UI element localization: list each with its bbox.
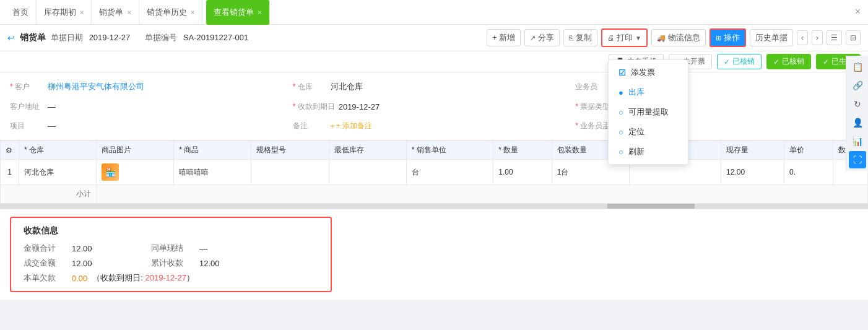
table-wrapper: ⚙ * 仓库 商品图片 * 商品 规格型号 最低库存 * 销售单位 * 数量 包…	[0, 141, 868, 209]
project-value: —	[48, 121, 56, 131]
staff-label: 业务员	[575, 82, 609, 92]
tab-inventory-init[interactable]: 库存期初 ×	[37, 0, 92, 25]
action-row: 📱 来自手机 未开票 ✓ 已核销 ✓ 已核销 ✓ 已生效	[0, 51, 868, 72]
radio-icon-1: ○	[618, 108, 623, 117]
dropdown-available-qty[interactable]: ○ 可用量提取	[609, 102, 688, 122]
col-spec: 规格型号	[251, 141, 329, 160]
due-date-text: （收款到期日: 2019-12-27）	[92, 272, 194, 284]
history-button[interactable]: 历史单据	[750, 29, 793, 46]
tab-sales-order-close[interactable]: ×	[127, 9, 131, 16]
dropdown-add-invoice[interactable]: ☑ 添发票	[609, 63, 688, 82]
table-scrollbar[interactable]	[0, 204, 868, 209]
address-row: 客户地址 —	[10, 98, 293, 115]
row-qty: 1.00	[493, 160, 552, 185]
subtotal-label: 小计	[1, 185, 97, 204]
prev-button[interactable]: ‹	[797, 30, 808, 45]
window-close-button[interactable]: ×	[855, 6, 861, 17]
right-sidebar: 📋 🔗 ↻ 👤 📊 ⛶	[846, 56, 868, 171]
tab-view-sales[interactable]: 查看销货单 ×	[206, 0, 269, 25]
dropdown-locate[interactable]: ○ 定位	[609, 122, 688, 142]
row-seq: 1	[1, 160, 19, 185]
cancel-check-icon: ✓	[773, 58, 779, 66]
sidebar-icon-fullscreen[interactable]: ⛶	[849, 151, 866, 168]
verified-button[interactable]: ✓ 已核销	[717, 54, 762, 69]
row-spec	[251, 160, 329, 185]
tab-home[interactable]: 首页	[5, 0, 37, 25]
tab-home-label: 首页	[12, 7, 28, 18]
col-current-stock: 现存量	[721, 141, 784, 160]
row-product-image: 🏪	[97, 160, 174, 185]
current-owed-value: 0.00	[72, 274, 87, 283]
print-button[interactable]: 🖨 打印 ▼	[601, 28, 648, 47]
doc-type-label: 销货单	[20, 32, 46, 43]
logistics-icon: 🚚	[657, 34, 666, 42]
sales-staff-label: 业务员盂	[575, 121, 610, 131]
radio-icon-3: ○	[618, 147, 623, 157]
print-dropdown-arrow[interactable]: ▼	[635, 35, 641, 41]
address-label: 客户地址	[10, 102, 44, 112]
share-button[interactable]: ↗ 分享	[524, 29, 560, 46]
doc-icon: ↩	[7, 33, 15, 43]
tab-sales-history-label: 销货单历史	[147, 7, 187, 18]
col-warehouse: * 仓库	[19, 141, 97, 160]
cancelled-button[interactable]: ✓ 已核销	[766, 54, 811, 69]
sidebar-icon-refresh[interactable]: ↻	[849, 95, 866, 113]
toolbar: ↩ 销货单 单据日期 2019-12-27 单据编号 SA-20191227-0…	[0, 25, 868, 51]
grid-view-button[interactable]: ⊟	[846, 30, 861, 45]
remark-row: 备注 + + 添加备注	[293, 118, 576, 134]
row-product-name: 嘻嘻嘻嘻	[174, 160, 251, 185]
project-row: 项目 —	[10, 118, 293, 134]
ops-button[interactable]: ⊞ 操作	[710, 28, 746, 47]
tab-sales-history-close[interactable]: ×	[191, 9, 194, 16]
sidebar-icon-link[interactable]: 🔗	[849, 77, 866, 94]
deal-amount-row: 成交金额 12.00	[24, 258, 147, 269]
checkbox-icon: ☑	[618, 68, 626, 77]
form-area: 客户 柳州粤港平安气体有限公司 仓库 河北仓库 业务员 演示账号 客户地址 — …	[0, 72, 868, 141]
add-remark-button[interactable]: + + 添加备注	[331, 121, 372, 131]
sidebar-icon-chart[interactable]: 📊	[849, 132, 866, 150]
col-image: 商品图片	[97, 141, 174, 160]
tab-inventory-init-close[interactable]: ×	[80, 9, 84, 16]
doc-no-label: 单据编号 SA-20191227-001	[145, 32, 248, 43]
customer-value[interactable]: 柳州粤港平安气体有限公司	[48, 81, 144, 92]
sidebar-icon-user[interactable]: 👤	[849, 114, 866, 131]
row-unit: 台	[406, 160, 493, 185]
tab-sales-history[interactable]: 销货单历史 ×	[139, 0, 202, 25]
row-warehouse: 河北仓库	[19, 160, 97, 185]
radio-selected-icon: ●	[618, 88, 623, 97]
next-button[interactable]: ›	[812, 30, 823, 45]
copy-button[interactable]: ⎘ 复制	[563, 29, 597, 46]
logistics-button[interactable]: 🚚 物流信息	[651, 29, 706, 46]
same-order-row: 同单现结 —	[151, 243, 275, 254]
current-owed-row: 本单欠款 0.00 （收款到期日: 2019-12-27）	[24, 272, 275, 284]
total-amount-value: 12.00	[72, 244, 92, 253]
warehouse-label: 仓库	[293, 82, 327, 92]
check-icon: ✓	[724, 58, 730, 66]
dropdown-outbound[interactable]: ● 出库	[609, 82, 688, 102]
list-view-button[interactable]: ☰	[827, 30, 842, 45]
sidebar-icon-doc[interactable]: 📋	[849, 58, 866, 76]
tab-sales-order[interactable]: 销货单 ×	[92, 0, 139, 25]
col-min-stock: 最低库存	[329, 141, 406, 160]
toolbar-left: ↩ 销货单 单据日期 2019-12-27 单据编号 SA-20191227-0…	[7, 32, 482, 43]
col-qty: * 数量	[493, 141, 552, 160]
total-amount-row: 金额合计 12.00	[24, 243, 147, 254]
remark-label: 备注	[293, 121, 327, 131]
subtotal-values	[97, 185, 868, 204]
radio-icon-2: ○	[618, 128, 623, 137]
dropdown-refresh[interactable]: ○ 刷新	[609, 142, 688, 162]
due-date-value: 2019-12-27	[145, 273, 187, 282]
col-settings[interactable]: ⚙	[1, 141, 19, 160]
deal-amount-value: 12.00	[72, 259, 92, 268]
ops-dropdown-menu: ☑ 添发票 ● 出库 ○ 可用量提取 ○ 定位 ○ 刷新	[608, 59, 688, 165]
tab-view-sales-close[interactable]: ×	[258, 9, 261, 16]
plus-icon: +	[331, 122, 335, 131]
table-row: 1 河北仓库 🏪 嘻嘻嘻嘻 台 1.00 1台 12.00 0.	[1, 160, 868, 185]
payment-title: 收款信息	[24, 225, 318, 237]
new-button[interactable]: + 新增	[487, 29, 521, 46]
tab-inventory-init-label: 库存期初	[44, 7, 76, 18]
share-icon: ↗	[530, 34, 536, 42]
date-label: 单据日期 2019-12-27	[51, 32, 130, 43]
bottom-section: 收款信息 金额合计 12.00 同单现结 — 成交金额 12.00 累计收款 1…	[0, 209, 868, 300]
tab-view-sales-label: 查看销货单	[214, 7, 254, 18]
